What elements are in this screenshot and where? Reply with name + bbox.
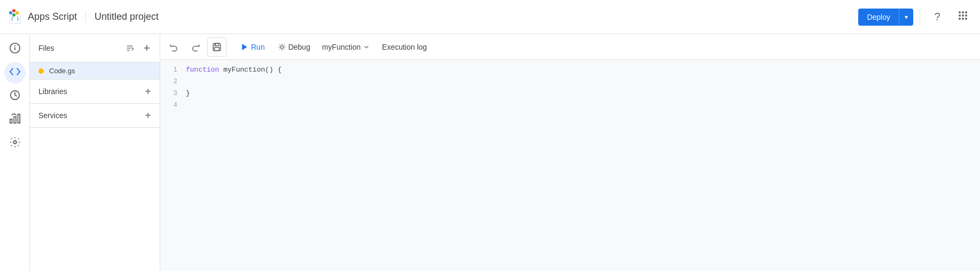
libraries-header[interactable]: Libraries + — [30, 80, 160, 103]
file-dot-icon — [38, 68, 44, 74]
svg-point-2 — [12, 9, 15, 12]
save-button[interactable] — [207, 37, 226, 57]
deploy-icon — [9, 113, 21, 127]
svg-text:{ }: { } — [11, 16, 19, 21]
line-content-1: function myFunction() { — [186, 64, 281, 76]
add-file-button[interactable]: + — [138, 40, 155, 57]
svg-point-5 — [959, 11, 961, 13]
svg-point-30 — [280, 45, 283, 48]
code-line-2: 2 — [160, 76, 980, 88]
nav-overview-button[interactable] — [4, 38, 26, 60]
nav-deploy-button[interactable] — [4, 109, 26, 130]
deploy-label: Deploy — [858, 9, 899, 26]
code-line-3: 3 } — [160, 88, 980, 99]
clock-icon — [9, 89, 21, 104]
debug-label: Debug — [288, 43, 310, 51]
add-service-button[interactable]: + — [145, 110, 151, 121]
apps-script-logo: { } — [6, 9, 23, 26]
settings-icon — [9, 136, 21, 151]
add-service-icon: + — [145, 110, 151, 121]
libraries-section: Libraries + — [30, 80, 160, 104]
services-label: Services — [38, 111, 67, 120]
execution-log-label: Execution log — [382, 43, 427, 51]
file-item-code-gs[interactable]: Code.gs — [30, 63, 160, 79]
code-editor[interactable]: 1 function myFunction() { 2 3 } 4 — [160, 60, 980, 271]
help-button[interactable]: ? — [927, 6, 948, 28]
line-number-4: 4 — [160, 99, 186, 111]
svg-point-8 — [959, 14, 961, 17]
line-number-3: 3 — [160, 88, 186, 99]
code-line-4: 4 — [160, 99, 980, 111]
topbar-actions: Deploy ▾ ? — [858, 6, 974, 28]
logo-area[interactable]: { } Apps Script — [6, 9, 77, 26]
code-line-1: 1 function myFunction() { — [160, 64, 980, 76]
services-header[interactable]: Services + — [30, 104, 160, 127]
info-icon — [9, 42, 21, 57]
sidebar: Files + Code.gs — [30, 34, 160, 271]
function-selector[interactable]: myFunction — [318, 41, 374, 53]
add-file-icon: + — [144, 42, 151, 54]
svg-point-11 — [959, 18, 961, 20]
sort-files-button[interactable] — [121, 40, 138, 57]
svg-point-9 — [962, 14, 964, 17]
svg-rect-27 — [215, 47, 219, 50]
svg-point-7 — [965, 11, 967, 13]
file-name: Code.gs — [49, 67, 75, 75]
run-button[interactable]: Run — [235, 40, 270, 55]
topbar: { } Apps Script Untitled project Deploy … — [0, 0, 980, 34]
svg-point-4 — [12, 13, 15, 17]
svg-point-6 — [962, 11, 964, 13]
svg-point-13 — [965, 18, 967, 20]
deploy-arrow-icon: ▾ — [899, 9, 913, 25]
svg-point-12 — [962, 18, 964, 20]
svg-marker-29 — [242, 44, 247, 50]
editor-area: Run Debug myFunction Execution log — [160, 34, 980, 271]
run-label: Run — [251, 43, 265, 51]
svg-rect-19 — [14, 117, 16, 123]
services-section: Services + — [30, 104, 160, 128]
editor-toolbar: Run Debug myFunction Execution log — [160, 34, 980, 60]
svg-point-21 — [13, 141, 17, 144]
execution-log-button[interactable]: Execution log — [377, 40, 432, 55]
code-icon — [9, 66, 21, 80]
topbar-divider — [920, 9, 920, 26]
project-name: Untitled project — [85, 11, 159, 22]
line-number-1: 1 — [160, 64, 186, 76]
svg-point-16 — [14, 45, 15, 46]
help-icon: ? — [934, 11, 940, 23]
libraries-label: Libraries — [38, 87, 67, 96]
svg-point-3 — [15, 11, 19, 14]
undo-button[interactable] — [164, 37, 184, 57]
svg-point-10 — [965, 14, 967, 17]
function-name: myFunction — [322, 43, 360, 51]
svg-point-1 — [9, 11, 12, 14]
files-section: Files + Code.gs — [30, 34, 160, 80]
nav-editor-button[interactable] — [4, 62, 26, 83]
grid-icon — [958, 10, 968, 24]
redo-button[interactable] — [186, 37, 205, 57]
add-library-button[interactable]: + — [145, 86, 151, 97]
app-name: Apps Script — [28, 11, 77, 22]
svg-rect-20 — [18, 114, 20, 123]
files-header: Files + — [30, 34, 160, 63]
line-content-3: } — [186, 88, 190, 99]
deploy-button[interactable]: Deploy ▾ — [858, 9, 913, 26]
main-layout: Files + Code.gs — [0, 34, 980, 271]
debug-button[interactable]: Debug — [272, 40, 316, 55]
nav-settings-button[interactable] — [4, 133, 26, 154]
files-label: Files — [38, 44, 121, 52]
line-number-2: 2 — [160, 76, 186, 88]
svg-rect-18 — [10, 119, 12, 122]
icon-nav — [0, 34, 30, 271]
add-library-icon: + — [145, 86, 151, 97]
nav-triggers-button[interactable] — [4, 86, 26, 107]
grid-menu-button[interactable] — [952, 6, 974, 28]
